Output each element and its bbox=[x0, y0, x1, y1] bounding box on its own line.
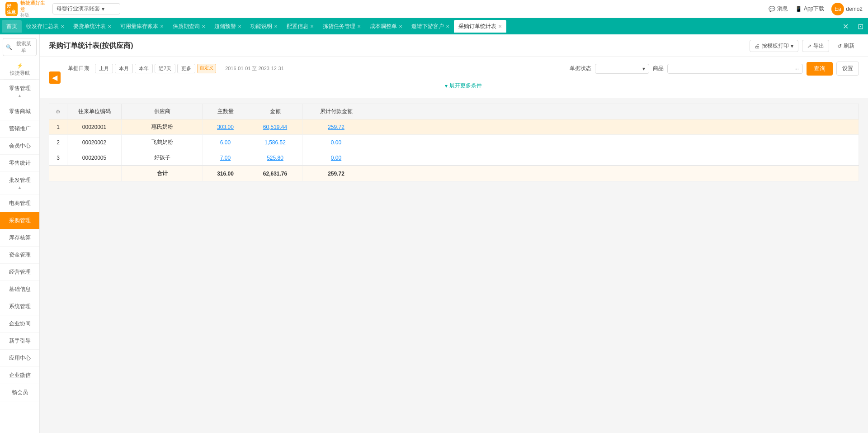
tab-cost-adjust[interactable]: 成本调整单 ✕ bbox=[365, 20, 407, 33]
sidebar-item-retail[interactable]: 零售管理 ▲ bbox=[0, 80, 39, 103]
sidebar-item-purchase[interactable]: 采购管理 bbox=[0, 212, 39, 229]
logo-icon: 好生意 bbox=[5, 2, 18, 16]
sidebar-item-retail-stats[interactable]: 零售统计 bbox=[0, 155, 39, 172]
close-tab-inventory-book[interactable]: ✕ bbox=[160, 24, 164, 29]
sidebar-item-inventory[interactable]: 库存核算 bbox=[0, 229, 39, 247]
amount-link-3[interactable]: 525.80 bbox=[267, 155, 283, 161]
close-tab-overstock[interactable]: ✕ bbox=[238, 24, 241, 29]
sidebar-item-retail-mall[interactable]: 零售商城 bbox=[0, 103, 39, 120]
workspace-selector[interactable]: 母婴行业演示账套 ▾ bbox=[52, 3, 120, 14]
date-7days-btn[interactable]: 近7天 bbox=[155, 64, 175, 73]
cell-code-1: 00020001 bbox=[67, 119, 122, 135]
paid-link-1[interactable]: 259.72 bbox=[328, 124, 344, 130]
col-header-supplier: 供应商 bbox=[122, 104, 203, 119]
footer-paid: 259.72 bbox=[302, 166, 370, 181]
query-btn[interactable]: 查询 bbox=[807, 62, 833, 76]
sidebar-item-marketing[interactable]: 营销推广 bbox=[0, 120, 39, 138]
message-btn[interactable]: 💬 消息 bbox=[769, 5, 788, 13]
sidebar-item-finance[interactable]: 资金管理 bbox=[0, 247, 39, 264]
col-header-spacer bbox=[370, 104, 859, 119]
settings-btn[interactable]: 设置 bbox=[836, 62, 859, 76]
page-title: 采购订单统计表(按供应商) bbox=[49, 41, 133, 51]
close-tab-requisition[interactable]: ✕ bbox=[108, 24, 111, 29]
date-more-btn[interactable]: 更多 bbox=[177, 64, 195, 73]
date-this-month-btn[interactable]: 本月 bbox=[115, 64, 133, 73]
tab-purchase-summary[interactable]: 采购订单统计表 ✕ bbox=[454, 20, 506, 33]
close-tab-warranty[interactable]: ✕ bbox=[202, 24, 205, 29]
search-menu-btn[interactable]: 🔍 搜索菜单 bbox=[3, 38, 37, 56]
cell-supplier-2: 飞鹤奶粉 bbox=[122, 135, 203, 150]
user-avatar[interactable]: Ea demo2 bbox=[831, 3, 863, 15]
sidebar: 🔍 搜索菜单 ⚡ 快捷导航 零售管理 ▲ 零售商城 营销推广 会员中心 零售统计… bbox=[0, 34, 40, 433]
filter-right: 单据状态 ▾ 商品 ··· 查询 设置 bbox=[570, 62, 859, 76]
paid-link-3[interactable]: 0.00 bbox=[331, 155, 341, 161]
sidebar-item-vip-member[interactable]: 畅会员 bbox=[0, 384, 39, 401]
sidebar-item-basic-info[interactable]: 基础信息 bbox=[0, 281, 39, 298]
sidebar-item-app-center[interactable]: 应用中心 bbox=[0, 350, 39, 367]
cell-qty-2: 6.00 bbox=[203, 135, 248, 150]
table-footer: 合计 316.00 62,631.76 259.72 bbox=[49, 166, 859, 181]
date-quick-btns: 上月 本月 本年 近7天 更多 自定义 bbox=[95, 64, 216, 73]
sidebar-item-new-guide[interactable]: 新手引导 bbox=[0, 333, 39, 350]
cell-spacer-1 bbox=[370, 119, 859, 135]
tab-overstock[interactable]: 超储预警 ✕ bbox=[210, 20, 246, 33]
col-header-code: 往来单位编码 bbox=[67, 104, 122, 119]
date-this-year-btn[interactable]: 本年 bbox=[135, 64, 153, 73]
sidebar-item-operations[interactable]: 经营管理 bbox=[0, 264, 39, 281]
status-select[interactable]: ▾ bbox=[595, 64, 649, 74]
column-settings-icon[interactable]: ⚙ bbox=[56, 109, 61, 115]
export-btn[interactable]: ↗ 导出 bbox=[802, 40, 829, 52]
tab-inventory-book[interactable]: 可用量库存账本 ✕ bbox=[116, 20, 168, 33]
qty-link-2[interactable]: 6.00 bbox=[220, 139, 231, 146]
cell-num-2: 2 bbox=[49, 135, 67, 150]
expand-tabs-btn[interactable]: ⊡ bbox=[855, 22, 866, 31]
tab-warranty[interactable]: 保质期查询 ✕ bbox=[168, 20, 210, 33]
chevron-down-icon: ▾ bbox=[102, 6, 104, 12]
sidebar-item-ecommerce[interactable]: 电商管理 bbox=[0, 195, 39, 212]
sidebar-item-member[interactable]: 会员中心 bbox=[0, 138, 39, 155]
refresh-btn[interactable]: ↺ 刷新 bbox=[833, 40, 859, 52]
tab-home[interactable]: 首页 bbox=[2, 20, 22, 33]
sidebar-item-wholesale[interactable]: 批发管理 ▲ bbox=[0, 172, 39, 195]
sidebar-item-enterprise-collab[interactable]: 企业协同 bbox=[0, 315, 39, 333]
cell-supplier-3: 好孩子 bbox=[122, 150, 203, 166]
qty-link-3[interactable]: 7.00 bbox=[220, 155, 231, 161]
paid-link-2[interactable]: 0.00 bbox=[331, 139, 341, 146]
close-tab-config-info[interactable]: ✕ bbox=[310, 24, 314, 29]
sidebar-item-system[interactable]: 系统管理 bbox=[0, 298, 39, 315]
tab-config-info[interactable]: 配置信息 ✕ bbox=[282, 20, 318, 33]
qty-link-1[interactable]: 303.00 bbox=[217, 124, 234, 130]
footer-qty: 316.00 bbox=[203, 166, 248, 181]
tab-requisition[interactable]: 要货单统计表 ✕ bbox=[69, 20, 116, 33]
close-tab-receive-send[interactable]: ✕ bbox=[61, 24, 64, 29]
cell-qty-3: 7.00 bbox=[203, 150, 248, 166]
close-tab-cost-adjust[interactable]: ✕ bbox=[399, 24, 402, 29]
nav-tabs: 首页 收发存汇总表 ✕ 要货单统计表 ✕ 可用量库存账本 ✕ 保质期查询 ✕ 超… bbox=[0, 18, 868, 34]
tab-invite-downstream[interactable]: 邀请下游客户 ✕ bbox=[407, 20, 454, 33]
close-tab-function-desc[interactable]: ✕ bbox=[274, 24, 278, 29]
amount-link-1[interactable]: 60,519.44 bbox=[263, 124, 287, 130]
close-tab-invite-downstream[interactable]: ✕ bbox=[446, 24, 449, 29]
amount-link-2[interactable]: 1,586.52 bbox=[264, 139, 286, 146]
cell-paid-1: 259.72 bbox=[302, 119, 370, 135]
app-download-btn[interactable]: 📱 App下载 bbox=[795, 5, 824, 13]
cell-qty-1: 303.00 bbox=[203, 119, 248, 135]
quick-nav-btn[interactable]: ⚡ 快捷导航 bbox=[0, 60, 39, 80]
cell-amount-1: 60,519.44 bbox=[248, 119, 302, 135]
tab-function-desc[interactable]: 功能说明 ✕ bbox=[246, 20, 282, 33]
cell-code-3: 00020005 bbox=[67, 150, 122, 166]
date-last-month-btn[interactable]: 上月 bbox=[95, 64, 113, 73]
close-all-tabs-btn[interactable]: ✕ bbox=[840, 22, 851, 31]
expand-conditions-btn[interactable]: ▾ 展开更多条件 bbox=[445, 80, 482, 91]
collapse-filter-btn[interactable]: ◀ bbox=[49, 71, 61, 84]
table-header: ⚙ 往来单位编码 供应商 主数量 金额 累计付款金额 bbox=[49, 104, 859, 119]
close-tab-purchase-summary[interactable]: ✕ bbox=[498, 24, 502, 29]
close-tab-picking-tasks[interactable]: ✕ bbox=[357, 24, 361, 29]
goods-input[interactable]: ··· bbox=[667, 64, 803, 74]
message-icon: 💬 bbox=[769, 6, 775, 12]
tab-picking-tasks[interactable]: 拣货任务管理 ✕ bbox=[318, 20, 365, 33]
footer-amount: 62,631.76 bbox=[248, 166, 302, 181]
print-btn[interactable]: 🖨 按模板打印 ▾ bbox=[750, 40, 798, 52]
tab-receive-send[interactable]: 收发存汇总表 ✕ bbox=[22, 20, 69, 33]
sidebar-item-enterprise-wechat[interactable]: 企业微信 bbox=[0, 367, 39, 384]
